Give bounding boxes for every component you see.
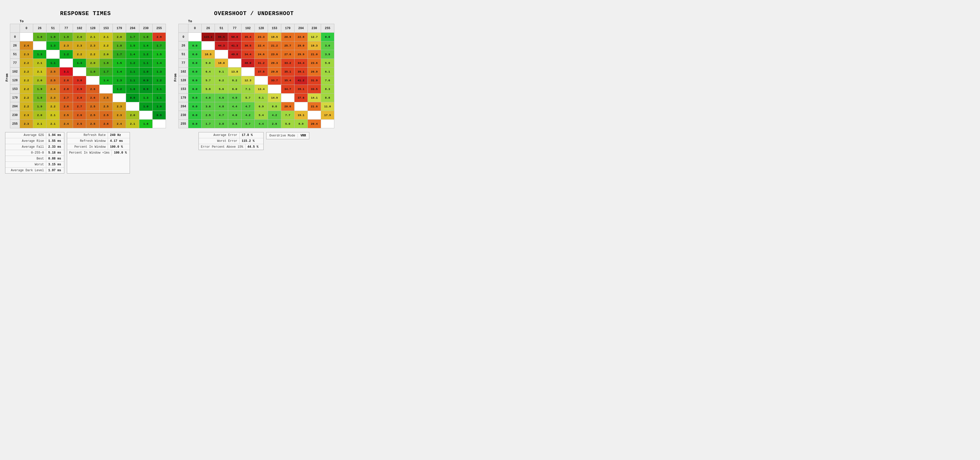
stats-row-percent-in-window-1ms: Percent In Window +1ms 100.0 % <box>67 150 130 156</box>
overshoot-to-label: To <box>188 19 334 23</box>
stats-value-0-255-0: 5.18 ms <box>46 150 64 156</box>
response-times-section: RESPONSE TIMES From To 02651771021281531… <box>5 11 166 174</box>
stats-label-best: Best <box>5 156 46 161</box>
stats-value-refresh-rate: 240 Hz <box>108 133 126 138</box>
response-times-title: RESPONSE TIMES <box>60 11 111 17</box>
stats-label-refresh-rate: Refresh Rate <box>67 133 108 138</box>
stats-label-worst: Worst <box>5 162 46 168</box>
overshoot-matrix-wrapper: From To 02651771021281531792042302550115… <box>173 19 334 128</box>
stats-value-dark-level: 1.97 ms <box>46 168 64 173</box>
stats-label-dark-level: Average Dark Level <box>5 168 46 173</box>
overshoot-matrix-inner: To 02651771021281531792042302550115.295.… <box>178 19 334 128</box>
stats-value-refresh-window: 4.17 ms <box>108 138 126 144</box>
stats-row-worst: Worst 3.15 ms <box>5 162 64 168</box>
stats-row-refresh-rate: Refresh Rate 240 Hz <box>67 133 130 138</box>
overshoot-section: OVERSHOOT / UNDERSHOOT From To 026517710… <box>173 11 334 174</box>
stats-row-best: Best 0.88 ms <box>5 156 64 162</box>
stats-label-rise: Average Rise <box>5 138 46 144</box>
stats-value-error-pct-above-15: 44.5 % <box>245 144 263 150</box>
overshoot-stats-box: Average Error 17.8 % Worst Error 115.2 %… <box>199 132 264 150</box>
stats-label-worst-error: Worst Error <box>199 138 240 144</box>
stats-value-worst-error: 115.2 % <box>240 138 258 144</box>
stats-row-worst-error: Worst Error 115.2 % <box>199 138 263 144</box>
stats-label-g2g: Average G2G <box>5 133 46 138</box>
stats-row-rise: Average Rise 1.55 ms <box>5 138 64 144</box>
stats-value-avg-error: 17.8 % <box>240 133 258 138</box>
overshoot-title: OVERSHOOT / UNDERSHOOT <box>214 11 294 17</box>
overdrive-mode-value: VRR <box>301 134 306 137</box>
stats-label-avg-error: Average Error <box>199 133 240 138</box>
stats-row-g2g: Average G2G 1.94 ms <box>5 133 64 138</box>
stats-label-error-pct-above-15: Error Percent Above 15% <box>199 144 245 150</box>
stats-value-best: 0.88 ms <box>46 156 64 161</box>
stats-label-refresh-window: Refresh Window <box>67 138 108 144</box>
stats-row-refresh-window: Refresh Window 4.17 ms <box>67 138 130 144</box>
stats-label-fall: Average Fall <box>5 144 46 150</box>
stats-label-percent-in-window: Percent In Window <box>67 144 108 150</box>
overdrive-mode-box: Overdrive Mode VRR <box>266 132 309 139</box>
overshoot-from-label: From <box>173 73 177 81</box>
response-times-table: 026517710212815317920423025501.81.81.92.… <box>10 24 166 128</box>
response-times-to-label: To <box>20 19 166 23</box>
response-times-matrix-wrapper: From To 026517710212815317920423025501.8… <box>5 19 166 128</box>
response-times-matrix-inner: To 026517710212815317920423025501.81.81.… <box>10 19 166 128</box>
response-times-stats-container: Average G2G 1.94 ms Average Rise 1.55 ms… <box>5 132 166 174</box>
stats-row-avg-error: Average Error 17.8 % <box>199 133 263 138</box>
stats-label-0-255-0: 0-255-0 <box>5 150 46 156</box>
response-times-stats-box: Average G2G 1.94 ms Average Rise 1.55 ms… <box>5 132 64 174</box>
stats-value-percent-in-window: 100.0 % <box>108 144 126 150</box>
stats-row-fall: Average Fall 2.33 ms <box>5 144 64 150</box>
stats-value-fall: 2.33 ms <box>46 144 64 150</box>
stats-row-error-pct-above-15: Error Percent Above 15% 44.5 % <box>199 144 263 150</box>
stats-row-percent-in-window: Percent In Window 100.0 % <box>67 144 130 150</box>
overshoot-table: 02651771021281531792042302550115.295.558… <box>178 24 334 128</box>
refresh-stats-box: Refresh Rate 240 Hz Refresh Window 4.17 … <box>67 132 130 174</box>
stats-value-percent-in-window-1ms: 100.0 % <box>112 150 130 156</box>
stats-value-rise: 1.55 ms <box>46 138 64 144</box>
stats-value-g2g: 1.94 ms <box>46 133 64 138</box>
overshoot-stats-area: Average Error 17.8 % Worst Error 115.2 %… <box>199 132 309 150</box>
stats-value-worst: 3.15 ms <box>46 162 64 168</box>
main-container: RESPONSE TIMES From To 02651771021281531… <box>5 11 387 174</box>
response-times-from-label: From <box>5 73 9 81</box>
stats-row-dark-level: Average Dark Level 1.97 ms <box>5 168 64 173</box>
stats-row-0-255-0: 0-255-0 5.18 ms <box>5 150 64 156</box>
overdrive-mode-label: Overdrive Mode <box>269 134 298 137</box>
stats-label-percent-in-window-1ms: Percent In Window +1ms <box>67 150 112 156</box>
